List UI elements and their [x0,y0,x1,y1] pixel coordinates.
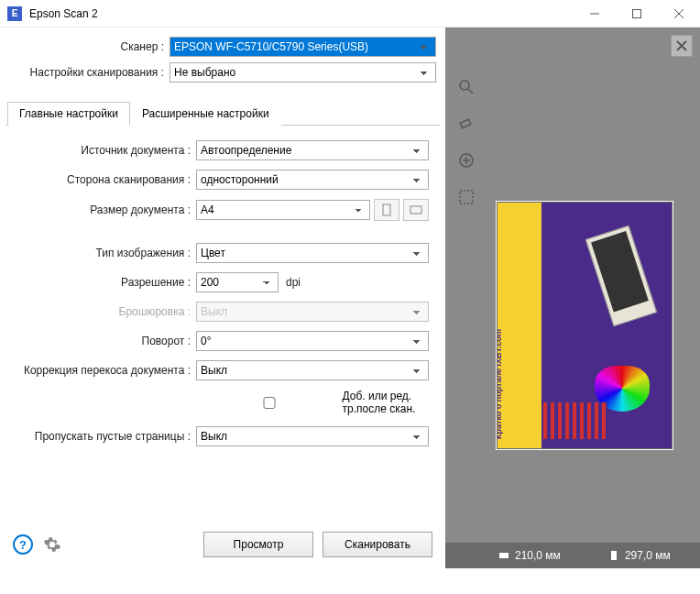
settings-panel: Сканер : EPSON WF-C5710/C5790 Series(USB… [0,28,445,568]
preview-panel: Кратко о портале iXBT.com 210,0 мм 297,0… [445,28,700,568]
skip-blank-label: Пропускать пустые страницы : [9,430,196,443]
scanner-label: Сканер : [9,40,170,53]
gear-icon [43,535,61,554]
svg-rect-16 [611,551,617,560]
add-edit-after-scan-checkbox[interactable] [202,397,337,409]
stitching-select: Выкл [196,302,429,322]
svg-line-9 [468,89,473,94]
preview-status-bar: 210,0 мм 297,0 мм [445,543,700,568]
scan-preview-image[interactable]: Кратко о портале iXBT.com [497,202,673,449]
svg-rect-1 [633,9,641,17]
document-source-select[interactable]: Автоопределение [196,140,429,160]
scan-side-label: Сторона сканирования : [9,173,196,186]
add-marquee-tool[interactable] [454,148,478,172]
svg-point-8 [460,81,469,90]
tab-content-main: Источник документа : Автоопределение Сто… [5,126,440,526]
scan-side-select[interactable]: односторонний [196,170,429,190]
titlebar: E Epson Scan 2 [0,0,700,28]
preview-button[interactable]: Просмотр [203,532,313,557]
orientation-portrait-button[interactable] [374,199,399,221]
eraser-icon [458,116,475,132]
image-type-select[interactable]: Цвет [196,243,429,263]
resolution-select[interactable]: 200 [196,272,279,292]
rotate-label: Поворот : [9,335,196,347]
svg-rect-14 [460,191,473,204]
magnifier-icon [458,79,475,95]
svg-rect-10 [460,119,471,128]
image-type-label: Тип изображения : [9,247,196,259]
zoom-tool[interactable] [454,75,478,99]
preview-headline: Кратко о портале iXBT.com [497,210,503,439]
window-title: Epson Scan 2 [29,7,574,20]
document-size-label: Размер документа : [9,204,196,216]
deskew-select[interactable]: Выкл [196,360,429,380]
maximize-button[interactable] [616,0,658,28]
preview-toolbar [454,75,478,209]
width-icon [498,550,509,561]
deskew-label: Коррекция перекоса документа : [9,364,196,377]
document-size-select[interactable]: A4 [196,200,370,220]
skip-blank-select[interactable]: Выкл [196,426,429,446]
tab-main-settings[interactable]: Главные настройки [7,102,130,126]
add-edit-after-scan-label: Доб. или ред. тр.после скан. [343,390,429,415]
preview-bars-graphic [543,402,607,439]
preview-phone-graphic [585,226,657,327]
orientation-landscape-button[interactable] [403,199,429,221]
svg-rect-4 [383,204,390,215]
help-button[interactable]: ? [13,534,33,555]
preview-close-button[interactable] [671,35,693,57]
stitching-label: Брошюровка : [9,305,196,318]
app-icon: E [7,6,22,21]
settings-gear-button[interactable] [42,534,62,555]
resolution-unit: dpi [286,276,301,289]
scanner-select[interactable]: EPSON WF-C5710/C5790 Series(USB) [170,37,436,57]
status-width: 210,0 мм [515,549,561,562]
marquee-tool[interactable] [454,185,478,209]
scan-settings-select[interactable]: Не выбрано [170,62,436,82]
plus-circle-icon [458,152,475,169]
status-height: 297,0 мм [625,549,671,562]
resolution-label: Разрешение : [9,276,196,289]
dashed-rect-icon [458,189,475,205]
height-icon [608,550,619,561]
rotate-select[interactable]: 0° [196,331,429,351]
document-source-label: Источник документа : [9,144,196,157]
close-button[interactable] [658,0,700,28]
bottom-bar: ? Просмотр Сканировать [5,526,440,563]
tabs: Главные настройки Расширенные настройки [5,101,440,126]
svg-rect-5 [410,206,421,214]
scan-button[interactable]: Сканировать [323,532,432,557]
eraser-tool[interactable] [454,112,478,136]
minimize-button[interactable] [574,0,616,28]
scan-settings-label: Настройки сканирования : [9,66,170,79]
tab-advanced-settings[interactable]: Расширенные настройки [130,102,281,126]
svg-rect-15 [499,553,509,558]
